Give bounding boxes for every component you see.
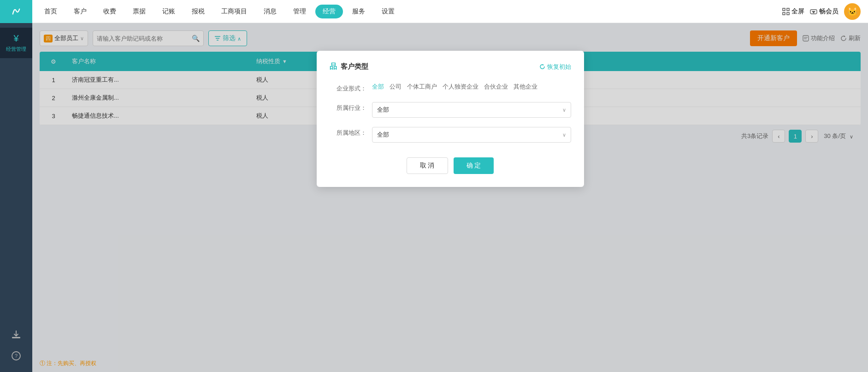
enterprise-type-individual[interactable]: 个体工商户 (407, 83, 437, 91)
content-area: 四 全部员工 🔍 筛选 开通新客户 (32, 23, 868, 372)
enterprise-form-label: 企业形式： (330, 83, 366, 93)
modal-reset-button[interactable]: 恢复初始 (539, 63, 571, 71)
industry-select[interactable]: 全部 (372, 102, 571, 118)
nav-bill[interactable]: 票据 (125, 5, 153, 18)
sidebar-bottom: ? (0, 326, 32, 372)
nav-items: 首页 客户 收费 票据 记账 报税 工商项目 消息 管理 经营 服务 设置 (32, 5, 782, 18)
svg-rect-4 (787, 12, 789, 15)
help-icon: ? (11, 351, 21, 361)
industry-dropdown-arrow (562, 107, 566, 113)
main-layout: ¥ 经营管理 ? 四 全部员工 (0, 23, 868, 372)
region-dropdown-arrow (562, 132, 566, 138)
download-icon (11, 330, 21, 340)
svg-marker-6 (812, 11, 815, 13)
industry-field: 全部 (372, 102, 571, 118)
logo-icon (8, 3, 24, 20)
nav-tax[interactable]: 报税 (184, 5, 212, 18)
enterprise-form-row: 企业形式： 全部 公司 个体工商户 个人独资企业 合伙企业 其他企业 (330, 83, 571, 93)
enterprise-type-all[interactable]: 全部 (372, 83, 384, 91)
nav-message[interactable]: 消息 (256, 5, 284, 18)
logo-area (0, 0, 32, 23)
sidebar-help[interactable]: ? (7, 347, 25, 365)
reset-label: 恢复初始 (547, 63, 571, 71)
svg-rect-2 (787, 8, 789, 11)
vip-icon (810, 8, 817, 15)
nav-operation[interactable]: 经营 (315, 5, 343, 18)
enterprise-type-sole[interactable]: 个人独资企业 (443, 83, 478, 91)
nav-manage[interactable]: 管理 (286, 5, 313, 18)
nav-right: 全屏 畅会员 🐱 (782, 3, 868, 20)
modal-confirm-button[interactable]: 确 定 (454, 157, 494, 174)
industry-form-row: 所属行业： 全部 (330, 102, 571, 118)
sidebar-download[interactable] (7, 326, 25, 343)
nav-settings[interactable]: 设置 (374, 5, 402, 18)
modal-cancel-button[interactable]: 取 消 (407, 157, 448, 174)
region-field: 全部 (372, 127, 571, 143)
user-avatar[interactable]: 🐱 (844, 3, 861, 20)
nav-customer[interactable]: 客户 (66, 5, 94, 18)
sidebar-item-operation[interactable]: ¥ 经营管理 (0, 28, 32, 58)
sidebar-item-label: 经营管理 (6, 46, 26, 53)
nav-home[interactable]: 首页 (37, 5, 65, 18)
top-nav: 首页 客户 收费 票据 记账 报税 工商项目 消息 管理 经营 服务 设置 全屏 (0, 0, 868, 23)
fullscreen-button[interactable]: 全屏 (782, 7, 804, 16)
fullscreen-label: 全屏 (791, 7, 804, 16)
modal-title-row: 品 客户类型 恢复初始 (330, 62, 571, 72)
industry-label: 所属行业： (330, 102, 366, 112)
region-value: 全部 (377, 131, 389, 139)
vip-label: 畅会员 (819, 7, 838, 16)
modal-overlay: 品 客户类型 恢复初始 企业形式： 全部 公司 (32, 23, 868, 372)
enterprise-type-company[interactable]: 公司 (390, 83, 402, 91)
enterprise-types: 全部 公司 个体工商户 个人独资企业 合伙企业 其他企业 (372, 83, 571, 91)
nav-service[interactable]: 服务 (345, 5, 372, 18)
enterprise-type-other[interactable]: 其他企业 (514, 83, 537, 91)
modal-title-icon: 品 (330, 62, 337, 72)
svg-rect-3 (783, 12, 785, 15)
region-label: 所属地区： (330, 127, 366, 137)
enterprise-type-partnership[interactable]: 合伙企业 (484, 83, 508, 91)
nav-business[interactable]: 工商项目 (214, 5, 254, 18)
filter-modal: 品 客户类型 恢复初始 企业形式： 全部 公司 (317, 51, 584, 187)
fullscreen-icon (782, 8, 790, 15)
industry-value: 全部 (377, 106, 389, 114)
operation-icon: ¥ (13, 33, 18, 44)
svg-rect-7 (12, 337, 20, 338)
reset-icon (539, 64, 545, 70)
region-form-row: 所属地区： 全部 (330, 127, 571, 143)
svg-rect-1 (783, 8, 785, 11)
modal-title-text: 客户类型 (341, 62, 368, 71)
vip-button[interactable]: 畅会员 (810, 7, 838, 16)
region-select[interactable]: 全部 (372, 127, 571, 143)
modal-title: 品 客户类型 (330, 62, 368, 72)
sidebar: ¥ 经营管理 ? (0, 23, 32, 372)
svg-text:?: ? (15, 353, 18, 359)
nav-fee[interactable]: 收费 (96, 5, 124, 18)
modal-buttons: 取 消 确 定 (330, 157, 571, 174)
nav-bookkeeping[interactable]: 记账 (155, 5, 183, 18)
